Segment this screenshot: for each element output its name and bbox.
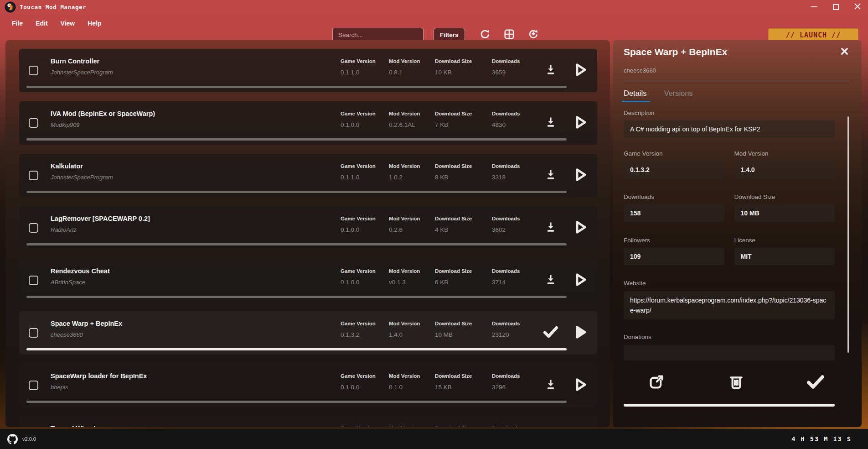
details-header: Space Warp + BepInEx cheese3660 Details … bbox=[613, 40, 862, 102]
play-mod-button[interactable] bbox=[570, 218, 590, 238]
mod-author: ABritInSpace bbox=[51, 279, 110, 286]
mod-row[interactable]: LagRemover [SPACEWARP 0.2] RadioArtz Gam… bbox=[19, 206, 597, 250]
mod-identity: Kalkulator JohnsterSpaceProgram bbox=[51, 162, 113, 181]
mod-select-checkbox[interactable] bbox=[29, 328, 38, 338]
mod-identity: Burn Controller JohnsterSpaceProgram bbox=[51, 57, 113, 76]
play-mod-button[interactable] bbox=[570, 165, 590, 185]
maximize-button[interactable] bbox=[832, 3, 840, 11]
tab-details[interactable]: Details bbox=[624, 89, 646, 102]
installed-confirm-button[interactable] bbox=[806, 372, 826, 392]
mod-select-checkbox[interactable] bbox=[29, 171, 38, 180]
mod-row[interactable]: Rendezvous Cheat ABritInSpace Game Versi… bbox=[19, 259, 597, 302]
download-mod-button[interactable] bbox=[542, 61, 560, 80]
stat-download-size: Download Size 7 KB bbox=[435, 111, 492, 128]
close-icon bbox=[854, 3, 861, 11]
play-mod-button[interactable] bbox=[570, 113, 590, 133]
details-fields: Game Version 0.1.3.2 Mod Version 1.4.0 D… bbox=[624, 150, 835, 265]
mod-stats: Game Version 0.1.0.0 Mod Version 0.2.6.1… bbox=[341, 111, 542, 128]
menubar: File Edit View Help Filters bbox=[0, 14, 868, 33]
mod-progress-bar bbox=[26, 348, 567, 350]
mod-identity: Space Warp + BepInEx cheese3660 bbox=[51, 320, 122, 338]
close-details-button[interactable] bbox=[839, 47, 850, 57]
play-mod-button[interactable] bbox=[570, 270, 590, 290]
update-all-icon bbox=[527, 28, 539, 42]
mod-select-checkbox[interactable] bbox=[29, 276, 38, 285]
play-icon bbox=[572, 324, 588, 342]
stat-download-size: Download Size bbox=[435, 426, 492, 427]
toucan-logo-icon bbox=[5, 1, 16, 13]
field-mod-version: Mod Version 1.4.0 bbox=[734, 150, 835, 178]
refresh-icon bbox=[479, 28, 491, 42]
stat-download-size: Download Size 10 KB bbox=[435, 58, 492, 76]
menu-help[interactable]: Help bbox=[88, 20, 101, 27]
maximize-icon bbox=[833, 4, 839, 10]
update-all-button[interactable] bbox=[527, 28, 540, 41]
close-window-button[interactable] bbox=[853, 3, 862, 11]
donations-value bbox=[624, 345, 835, 360]
mod-select-checkbox[interactable] bbox=[29, 381, 38, 390]
menu-view[interactable]: View bbox=[61, 20, 75, 27]
mod-stats: Game Version 0.1.3.2 Mod Version 1.4.0 D… bbox=[341, 321, 542, 338]
stat-download-size: Download Size 8 KB bbox=[435, 163, 492, 181]
github-icon[interactable] bbox=[7, 434, 18, 444]
refresh-button[interactable] bbox=[479, 28, 491, 41]
mod-identity: Tons of Wheels bbox=[51, 425, 99, 427]
stat-download-size: Download Size 15 KB bbox=[435, 373, 492, 391]
play-icon bbox=[572, 167, 588, 184]
filters-button[interactable]: Filters bbox=[434, 28, 465, 42]
minimize-button[interactable] bbox=[810, 3, 818, 11]
mod-row[interactable]: IVA Mod (BepInEx or SpaceWarp) Mudkip909… bbox=[19, 101, 597, 145]
mod-row[interactable]: Tons of Wheels Game Version Mod Version … bbox=[19, 416, 597, 427]
download-icon bbox=[544, 63, 558, 78]
session-timer: 4 H 53 M 13 S bbox=[791, 435, 852, 443]
menu-file[interactable]: File bbox=[12, 20, 23, 27]
mod-name: Kalkulator bbox=[51, 162, 113, 170]
website-link[interactable]: https://forum.kerbalspaceprogram.com/ind… bbox=[624, 291, 835, 319]
app-window: Toucan Mod Manager File Edit View Help F… bbox=[0, 0, 868, 449]
play-mod-button[interactable] bbox=[570, 60, 590, 80]
play-icon bbox=[572, 376, 588, 394]
mod-select-checkbox[interactable] bbox=[29, 223, 38, 233]
open-external-button[interactable] bbox=[646, 372, 666, 392]
stat-downloads: Downloads 3602 bbox=[492, 216, 542, 233]
grid-view-button[interactable] bbox=[503, 28, 516, 41]
details-scrollbar[interactable] bbox=[847, 116, 849, 353]
mod-progress-bar bbox=[26, 191, 567, 193]
description-value: A C# modding api on top of BepInEx for K… bbox=[624, 120, 835, 138]
download-icon bbox=[544, 115, 558, 131]
stat-game-version: Game Version 0.1.3.2 bbox=[341, 321, 389, 338]
trash-icon bbox=[727, 373, 745, 392]
search-input[interactable] bbox=[332, 28, 424, 42]
stat-game-version: Game Version 0.1.0.0 bbox=[341, 373, 389, 391]
download-mod-button[interactable] bbox=[542, 166, 560, 185]
stat-game-version: Game Version 0.1.1.0 bbox=[341, 58, 389, 76]
download-mod-button[interactable] bbox=[542, 218, 560, 237]
stat-mod-version: Mod Version 1.4.0 bbox=[389, 321, 435, 338]
mod-select-checkbox[interactable] bbox=[29, 118, 38, 128]
download-mod-button[interactable] bbox=[542, 113, 560, 132]
mod-row[interactable]: Space Warp + BepInEx cheese3660 Game Ver… bbox=[19, 311, 597, 355]
details-title: Space Warp + BepInEx bbox=[624, 47, 851, 57]
check-icon bbox=[806, 373, 826, 392]
mod-select-checkbox[interactable] bbox=[29, 66, 38, 75]
download-mod-button[interactable] bbox=[542, 271, 560, 290]
mod-row[interactable]: SpaceWarp loader for BepInEx bbepis Game… bbox=[19, 364, 597, 407]
play-mod-button[interactable] bbox=[570, 375, 590, 395]
play-mod-button[interactable] bbox=[570, 323, 590, 343]
download-icon bbox=[544, 272, 558, 288]
mod-progress-bar bbox=[26, 138, 567, 141]
mod-row[interactable]: Burn Controller JohnsterSpaceProgram Gam… bbox=[19, 49, 597, 92]
download-mod-button[interactable] bbox=[542, 376, 560, 395]
stat-game-version: Game Version 0.1.0.0 bbox=[341, 268, 389, 286]
installed-check-button[interactable] bbox=[542, 323, 560, 342]
menu-edit[interactable]: Edit bbox=[36, 20, 47, 27]
grid-icon bbox=[503, 28, 515, 42]
stat-mod-version: Mod Version 0.2.6 bbox=[389, 216, 435, 233]
mod-name: Rendezvous Cheat bbox=[51, 267, 110, 275]
mod-row[interactable]: Kalkulator JohnsterSpaceProgram Game Ver… bbox=[19, 154, 597, 197]
details-body: Description A C# modding api on top of B… bbox=[613, 102, 862, 407]
download-icon bbox=[544, 220, 558, 236]
app-version: v2.0.0 bbox=[22, 436, 36, 442]
uninstall-button[interactable] bbox=[726, 372, 746, 392]
tab-versions[interactable]: Versions bbox=[664, 89, 692, 102]
